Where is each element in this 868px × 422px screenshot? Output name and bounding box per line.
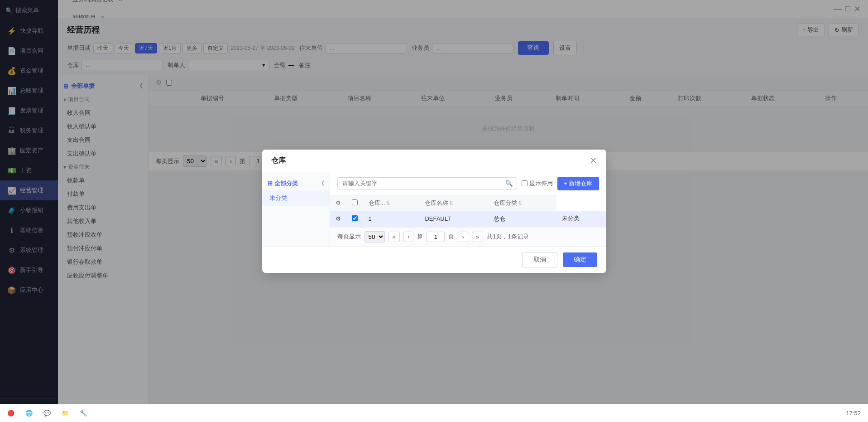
dialog-select-all[interactable] bbox=[352, 199, 358, 205]
taskbar-app-4[interactable]: 📁 bbox=[58, 406, 72, 421]
row-check[interactable] bbox=[352, 215, 358, 221]
dialog-table: ⚙ 仓库...⇅ 仓库名称⇅ bbox=[330, 195, 606, 227]
dialog-all-label: 全部分类 bbox=[274, 179, 298, 188]
th-gear: ⚙ bbox=[330, 195, 346, 211]
grid-icon-dialog: ⊞ bbox=[268, 180, 273, 187]
row-checkbox[interactable] bbox=[346, 211, 363, 227]
row-code: DEFAULT bbox=[419, 211, 488, 227]
taskbar-icons: 🔴 🌐 💬 📁 🔧 bbox=[4, 406, 91, 421]
dialog-close-btn[interactable]: ✕ bbox=[590, 156, 597, 165]
dialog-next-btn[interactable]: › bbox=[458, 232, 468, 242]
dialog-total: 共1页，1条记录 bbox=[487, 233, 528, 241]
taskbar: 🔴 🌐 💬 📁 🔧 17:52 bbox=[0, 404, 868, 422]
row-gear[interactable]: ⚙ bbox=[330, 211, 346, 227]
dialog-search-button[interactable]: 🔍 bbox=[502, 178, 517, 189]
dialog-page-unit: 页 bbox=[448, 233, 454, 241]
dialog-sidebar: ⊞ 全部分类 《 未分类 bbox=[262, 172, 330, 246]
dialog-last-btn[interactable]: » bbox=[472, 232, 483, 242]
dialog-table-row[interactable]: ⚙ 1 DEFAULT 总仓 未分类 bbox=[330, 211, 606, 227]
dialog-prev-btn[interactable]: ‹ bbox=[403, 232, 413, 242]
dialog-first-btn[interactable]: « bbox=[388, 232, 400, 242]
gear-icon-row: ⚙ bbox=[336, 215, 341, 222]
dialog-per-page-select[interactable]: 50 bbox=[364, 231, 385, 243]
cancel-button[interactable]: 取消 bbox=[522, 252, 557, 267]
dialog-body: ⊞ 全部分类 《 未分类 🔍 显示停用 bbox=[262, 172, 606, 246]
dialog-sidebar-item-未分类[interactable]: 未分类 bbox=[262, 190, 330, 206]
dialog-page-label: 算 bbox=[417, 233, 423, 241]
taskbar-app-2[interactable]: 🌐 bbox=[22, 406, 36, 421]
warehouse-dialog: 仓库 ✕ ⊞ 全部分类 《 未分类 bbox=[262, 150, 606, 273]
dialog-sidebar-scroll: 未分类 bbox=[262, 190, 330, 242]
dialog-footer-pagination: 每页显示 50 « ‹ 算 页 › » 共1页，1条记录 bbox=[330, 227, 606, 246]
row-name: 总仓 bbox=[488, 211, 556, 227]
show-disabled-text: 显示停用 bbox=[529, 179, 553, 188]
th-checkbox bbox=[346, 195, 363, 211]
dialog-search-box: 🔍 bbox=[337, 177, 518, 189]
dialog-main: 🔍 显示停用 + 新增仓库 ⚙ bbox=[330, 172, 606, 246]
taskbar-app-1[interactable]: 🔴 bbox=[4, 406, 18, 421]
row-id: 1 bbox=[363, 211, 420, 227]
dialog-per-page-label: 每页显示 bbox=[337, 233, 361, 241]
show-disabled-checkbox[interactable] bbox=[522, 180, 528, 186]
show-disabled-label[interactable]: 显示停用 bbox=[522, 179, 553, 188]
dialog-toolbar: 🔍 显示停用 + 新增仓库 bbox=[330, 172, 606, 195]
dialog-sidebar-items: 未分类 bbox=[262, 190, 330, 206]
dialog-actions: 取消 确定 bbox=[262, 246, 606, 273]
th-code: 仓库...⇅ bbox=[363, 195, 420, 211]
th-category: 仓库分类⇅ bbox=[488, 195, 556, 211]
modal-overlay: 仓库 ✕ ⊞ 全部分类 《 未分类 bbox=[0, 0, 868, 422]
taskbar-app-5[interactable]: 🔧 bbox=[76, 406, 91, 421]
add-warehouse-button[interactable]: + 新增仓库 bbox=[557, 177, 599, 190]
gear-icon-th[interactable]: ⚙ bbox=[336, 199, 341, 206]
dialog-search-input[interactable] bbox=[338, 178, 502, 189]
dialog-table-body: ⚙ 1 DEFAULT 总仓 未分类 bbox=[330, 211, 606, 227]
dialog-page-input[interactable] bbox=[427, 232, 445, 242]
dialog-table-wrap: ⚙ 仓库...⇅ 仓库名称⇅ bbox=[330, 195, 606, 227]
dialog-table-header: ⚙ 仓库...⇅ 仓库名称⇅ bbox=[330, 195, 606, 211]
taskbar-time: 17:52 bbox=[846, 410, 864, 417]
dialog-sidebar-all[interactable]: ⊞ 全部分类 《 bbox=[262, 177, 330, 190]
dialog-collapse-icon[interactable]: 《 bbox=[318, 179, 324, 188]
row-category: 未分类 bbox=[556, 211, 606, 227]
th-name: 仓库名称⇅ bbox=[419, 195, 488, 211]
dialog-title: 仓库 bbox=[271, 156, 286, 165]
dialog-header: 仓库 ✕ bbox=[262, 150, 606, 172]
taskbar-app-3[interactable]: 💬 bbox=[40, 406, 54, 421]
confirm-button[interactable]: 确定 bbox=[563, 252, 597, 267]
